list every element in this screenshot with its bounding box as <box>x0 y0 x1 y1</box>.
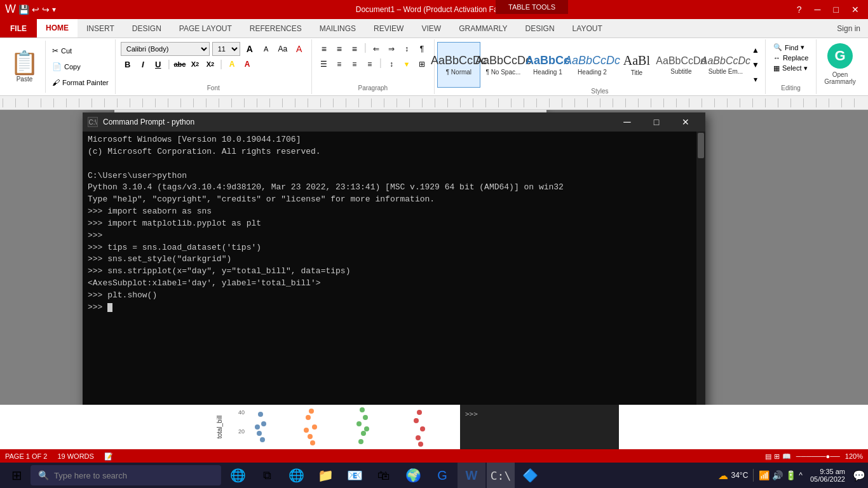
superscript-button[interactable]: X2 <box>203 57 217 71</box>
justify-button[interactable]: ≡ <box>363 57 377 71</box>
taskbar-item-edge2[interactable]: 🌍 <box>399 463 427 488</box>
volume-icon[interactable]: 🔊 <box>772 470 783 480</box>
svg-point-5 <box>309 409 314 414</box>
tab-mailings[interactable]: MAILINGS <box>311 19 365 37</box>
tab-design[interactable]: DESIGN <box>123 19 170 37</box>
taskbar-search[interactable]: 🔍 Type here to search <box>31 465 221 485</box>
borders-button[interactable]: ⊞ <box>415 57 429 71</box>
align-left-button[interactable]: ☰ <box>317 57 331 71</box>
cmd-maximize-button[interactable]: □ <box>642 112 671 132</box>
tab-grammarly[interactable]: GRAMMARLY <box>450 19 516 37</box>
save-icon[interactable]: 💾 <box>18 4 29 15</box>
taskbar-item-widgets[interactable]: 🌐 <box>224 463 252 488</box>
taskbar-clock[interactable]: 9:35 am 05/06/2022 <box>805 468 850 483</box>
style-subtitle[interactable]: AaBbCcDd Subtitle <box>660 42 703 88</box>
find-button[interactable]: 🔍 Find ▾ <box>771 42 811 53</box>
read-mode-icon[interactable]: 📖 <box>782 452 791 461</box>
italic-button[interactable]: I <box>136 57 150 71</box>
taskbar-item-edge3[interactable]: G <box>428 463 456 488</box>
copy-button[interactable]: 📄 Copy <box>50 62 111 72</box>
styles-scroll-up[interactable]: ▲ <box>749 43 763 57</box>
style-heading2[interactable]: AaBbCcDc Heading 2 <box>571 42 614 88</box>
show-formatting-button[interactable]: ¶ <box>415 42 429 56</box>
bullets-button[interactable]: ≡ <box>317 42 331 56</box>
style-heading1[interactable]: AaBbCc Heading 1 <box>526 42 569 88</box>
tab-view[interactable]: VIEW <box>412 19 450 37</box>
help-icon[interactable]: ? <box>793 3 806 16</box>
style-title[interactable]: AaBl Title <box>615 42 658 88</box>
network-icon[interactable]: 📶 <box>759 470 770 480</box>
taskbar-item-mail[interactable]: 📧 <box>341 463 369 488</box>
zoom-slider[interactable]: ──────●── <box>796 452 840 460</box>
taskbar-item-cmd[interactable]: C:\ <box>487 463 515 488</box>
undo-icon[interactable]: ↩ <box>32 4 39 15</box>
replace-button[interactable]: ↔ Replace <box>771 53 811 63</box>
proofing-icon[interactable]: 📝 <box>104 452 113 461</box>
redo-icon[interactable]: ↪ <box>42 4 50 15</box>
start-button[interactable]: ⊞ <box>3 463 31 488</box>
styles-expand[interactable]: ▾ <box>749 72 763 86</box>
font-color-button[interactable]: A <box>240 57 254 71</box>
tab-design2[interactable]: DESIGN <box>517 19 564 37</box>
tab-home[interactable]: HOME <box>37 19 78 37</box>
close-button[interactable]: ✕ <box>848 3 863 16</box>
cmd-minimize-button[interactable]: ─ <box>613 112 642 132</box>
cmd-close-button[interactable]: ✕ <box>671 112 700 132</box>
sort-button[interactable]: ↕ <box>400 42 414 56</box>
cmd-body[interactable]: Microsoft Windows [Version 10.0.19044.17… <box>83 132 705 424</box>
underline-button[interactable]: U <box>151 57 165 71</box>
style-subtle-em[interactable]: AaBbCcDc Subtle Em... <box>704 42 747 88</box>
show-hidden-icon[interactable]: ^ <box>799 471 803 480</box>
customize-qat-icon[interactable]: ▾ <box>52 5 56 14</box>
styles-scroll-down[interactable]: ▼ <box>749 58 763 72</box>
line-spacing-button[interactable]: ↕ <box>384 57 398 71</box>
tab-insert[interactable]: INSERT <box>78 19 123 37</box>
taskbar-item-extra[interactable]: 🔷 <box>516 463 544 488</box>
grammarly-icon[interactable]: G <box>827 43 853 69</box>
clear-format-button[interactable]: A <box>292 42 306 56</box>
svg-point-17 <box>417 410 422 415</box>
taskbar-item-taskview[interactable]: ⧉ <box>253 463 281 488</box>
tab-layout[interactable]: LAYOUT <box>564 19 611 37</box>
align-center-button[interactable]: ≡ <box>332 57 346 71</box>
style-normal[interactable]: AaBbCcDc ¶ Normal <box>437 42 480 88</box>
align-right-button[interactable]: ≡ <box>348 57 362 71</box>
print-layout-icon[interactable]: ▤ <box>765 452 771 461</box>
tab-file[interactable]: FILE <box>0 19 37 37</box>
taskbar-item-word[interactable]: W <box>458 463 485 488</box>
restore-button[interactable]: □ <box>830 3 843 16</box>
tab-review[interactable]: REVIEW <box>365 19 412 37</box>
paste-button[interactable]: 📋 Paste <box>6 41 46 93</box>
sign-in-button[interactable]: Sign in <box>829 20 868 37</box>
web-layout-icon[interactable]: ⊞ <box>774 452 780 461</box>
minimize-button[interactable]: ─ <box>811 3 825 16</box>
subscript-button[interactable]: X2 <box>188 57 202 71</box>
cmd-scrollbar[interactable] <box>696 132 705 424</box>
increase-indent-button[interactable]: ⇒ <box>384 42 398 56</box>
decrease-indent-button[interactable]: ⇐ <box>369 42 383 56</box>
notification-icon[interactable]: 💬 <box>853 470 865 482</box>
increase-font-button[interactable]: A <box>243 42 257 56</box>
change-case-button[interactable]: Aa <box>276 42 290 56</box>
grammarly-label: OpenGrammarly <box>824 71 855 85</box>
bold-button[interactable]: B <box>121 57 135 71</box>
tab-references[interactable]: REFERENCES <box>241 19 311 37</box>
word-count: 19 WORDS <box>57 452 93 460</box>
select-button[interactable]: ▦ Select ▾ <box>771 63 811 74</box>
font-size-select[interactable]: 11 <box>212 42 240 56</box>
weather-icon: ☁ <box>718 470 728 482</box>
decrease-font-button[interactable]: A <box>259 42 273 56</box>
taskbar-item-explorer[interactable]: 📁 <box>311 463 339 488</box>
strikethrough-button[interactable]: abc <box>173 57 187 71</box>
text-highlight-button[interactable]: A <box>225 57 239 71</box>
format-painter-button[interactable]: 🖌 Format Painter <box>50 78 111 88</box>
multilevel-list-button[interactable]: ≡ <box>348 42 362 56</box>
taskbar-item-store[interactable]: 🛍 <box>370 463 398 488</box>
tab-page-layout[interactable]: PAGE LAYOUT <box>170 19 241 37</box>
taskbar-item-edge[interactable]: 🌐 <box>282 463 310 488</box>
style-no-spacing[interactable]: AaBbCcDc ¶ No Spac... <box>482 42 525 88</box>
shading-button[interactable]: ▼ <box>400 57 414 71</box>
font-family-select[interactable]: Calibri (Body) <box>121 42 210 56</box>
cut-button[interactable]: ✂ Cut <box>50 46 111 56</box>
numbering-button[interactable]: ≡ <box>332 42 346 56</box>
